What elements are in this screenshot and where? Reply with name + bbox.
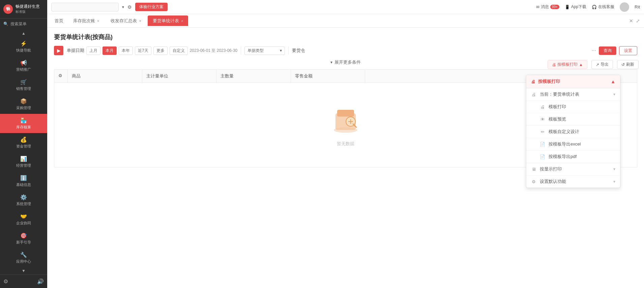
sidebar-item-operation[interactable]: 📊 经营管理 [0, 152, 47, 171]
more-options-btn[interactable]: ··· [592, 47, 596, 54]
order-type-select[interactable]: 单据类型 ▾ [244, 46, 285, 55]
main-area: ▾ ⚙ 体验行业方案 ✉ 消息 99+ 📱 App下载 🎧 在线客服 Rit 首… [47, 0, 644, 288]
sidebar-item-sales[interactable]: 🛒 销售管理 [0, 75, 47, 95]
tab-close-2[interactable]: × [181, 19, 183, 23]
export-pdf-icon: 📄 [540, 154, 545, 159]
print-dropdown-item-2[interactable]: ✏ 模板自定义设计 [526, 126, 620, 138]
print-dropdown-item-4[interactable]: 📄 按模板导出pdf [526, 151, 620, 163]
print-dropdown-current[interactable]: 🖨 当前：要货单统计表 ▾ [526, 88, 620, 101]
date-filter-group: 单据日期 上月 本月 本年 近7天 更多 自定义 2023-06-01 至 20… [67, 46, 237, 55]
print-dropdown-close[interactable]: ▲ [611, 79, 615, 84]
volume-icon[interactable]: 🔊 [37, 278, 44, 285]
marketing-icon: 📢 [20, 60, 27, 66]
print-icon: 🖨 [552, 62, 556, 67]
sidebar-item-system[interactable]: ⚙️ 系统管理 [0, 191, 47, 210]
display-print-icon: 🖥 [531, 166, 536, 172]
print-dropdown-item-0[interactable]: 🖨 模板打印 [526, 101, 620, 113]
display-print-arrow: ▾ [613, 167, 615, 171]
date-btn-prev-month[interactable]: 上月 [86, 46, 100, 55]
tab-close-0[interactable]: × [97, 19, 99, 23]
print-dropdown-item-3[interactable]: 📄 按模板导出excel [526, 138, 620, 151]
sidebar-scroll-up[interactable]: ▲ [0, 30, 47, 37]
sidebar-item-appstore[interactable]: 🔧 应用中心 [0, 248, 47, 267]
sidebar-item-finance[interactable]: 💰 资金管理 [0, 133, 47, 152]
date-btn-this-year[interactable]: 本年 [119, 46, 133, 55]
chevron-down-icon: ▾ [280, 48, 282, 53]
th-product: 商品 [68, 70, 142, 83]
tab-receipt-summary[interactable]: 收发存汇总表 × [106, 15, 146, 26]
sidebar-item-marketing[interactable]: 📢 营销推广 [0, 56, 47, 75]
appstore-icon: 🔧 [20, 252, 27, 258]
page-title: 要货单统计表(按商品) [54, 33, 637, 41]
date-range-label: 2023-06-01 至 2023-06-30 [190, 48, 237, 54]
date-btn-more[interactable]: 更多 [153, 46, 168, 55]
sidebar-item-inventory[interactable]: 🏪 库存核算 [0, 114, 47, 133]
sidebar-logo: 畅 畅捷通好生意 标准版 [0, 0, 47, 19]
sidebar-item-basic[interactable]: ℹ️ 基础信息 [0, 171, 47, 191]
export-excel-icon: 📄 [540, 141, 545, 147]
tab-home[interactable]: 首页 [51, 16, 67, 26]
toolbar-expand-btn[interactable]: ▶ [54, 46, 63, 55]
online-service-button[interactable]: 🎧 在线客服 [592, 4, 614, 10]
content-area: 要货单统计表(按商品) ▶ 单据日期 上月 本月 本年 近7天 更多 自定义 2… [47, 28, 644, 288]
sidebar-item-guide[interactable]: 🎯 新手引导 [0, 229, 47, 248]
sidebar-item-shortcut[interactable]: ⚡ 快捷导航 [0, 37, 47, 56]
th-retail-amount: 零售金额 [291, 70, 365, 83]
topbar-dropdown-arrow[interactable]: ▾ [122, 5, 124, 9]
print-dropdown-display-print[interactable]: 🖥 按显示打印 ▾ [526, 163, 620, 175]
trial-button[interactable]: 体验行业方案 [135, 3, 168, 11]
tab-inventory-batch[interactable]: 库存批次账 × [68, 15, 104, 26]
query-button[interactable]: 查询 [599, 46, 616, 55]
setting-button[interactable]: 设置 [619, 46, 637, 55]
tab-close-1[interactable]: × [139, 19, 141, 23]
window-close-btn[interactable]: ✕ [629, 18, 633, 24]
sidebar-search[interactable]: 🔍 搜索菜单 [0, 19, 47, 30]
settings-icon[interactable]: ⚙ [3, 278, 8, 285]
topbar-right: ✉ 消息 99+ 📱 App下载 🎧 在线客服 Rit [536, 2, 640, 12]
system-icon: ⚙️ [20, 194, 27, 200]
export-button[interactable]: ↗ 导出 [591, 60, 613, 69]
message-badge: 99+ [550, 5, 559, 9]
shortcut-icon: ⚡ [20, 40, 27, 47]
print-dropdown-title: 🖨 按模板打印 [531, 78, 560, 85]
headphone-icon: 🎧 [592, 5, 597, 9]
th-settings: ⚙ [54, 70, 68, 83]
default-setting-arrow: ▾ [613, 179, 615, 184]
print-dropdown-default-setting[interactable]: ⚙ 设置默认功能 ▾ [526, 175, 620, 188]
print-dropdown-item-1[interactable]: 👁 模板预览 [526, 113, 620, 126]
user-avatar[interactable] [620, 2, 629, 12]
print-template-button[interactable]: 🖨 按模板打印 ▲ [548, 60, 587, 69]
default-setting-icon: ⚙ [531, 179, 536, 184]
expand-more-icon: ▾ [330, 60, 332, 65]
finance-icon: 💰 [20, 136, 27, 143]
sidebar-nav: ⚡ 快捷导航 📢 营销推广 🛒 销售管理 📦 采购管理 🏪 库存核算 💰 资金管… [0, 37, 47, 267]
sidebar: 畅 畅捷通好生意 标准版 🔍 搜索菜单 ▲ ⚡ 快捷导航 📢 营销推广 🛒 销售… [0, 0, 47, 288]
tabs-bar: 首页 库存批次账 × 收发存汇总表 × 要货单统计表 × ✕ ⤢ [47, 14, 644, 28]
message-icon: ✉ [536, 5, 539, 9]
app-download-button[interactable]: 📱 App下载 [565, 4, 586, 10]
topbar-gear-icon[interactable]: ⚙ [127, 4, 132, 10]
window-expand-btn[interactable]: ⤢ [636, 18, 640, 24]
tabs-right-controls: ✕ ⤢ [629, 18, 640, 24]
sidebar-item-collab[interactable]: 🤝 企业协同 [0, 210, 47, 229]
date-btn-this-month[interactable]: 本月 [103, 46, 117, 55]
sidebar-item-purchase[interactable]: 📦 采购管理 [0, 95, 47, 114]
status-label: 要货仓 [292, 47, 305, 54]
date-btn-custom[interactable]: 自定义 [170, 46, 188, 55]
tab-order-stats[interactable]: 要货单统计表 × [148, 15, 188, 26]
sidebar-scroll-down[interactable]: ▼ [0, 267, 47, 275]
message-button[interactable]: ✉ 消息 99+ [536, 4, 559, 10]
template-design-icon: ✏ [540, 129, 545, 134]
page: 要货单统计表(按商品) ▶ 单据日期 上月 本月 本年 近7天 更多 自定义 2… [47, 28, 644, 288]
template-print-icon: 🖨 [540, 104, 545, 109]
print-dropdown: 🖨 按模板打印 ▲ 🖨 当前：要货单统计表 ▾ 🖨 [526, 75, 620, 188]
topbar-search-input[interactable] [51, 3, 119, 11]
logo-icon: 畅 [3, 4, 13, 14]
filter-toolbar: ▶ 单据日期 上月 本月 本年 近7天 更多 自定义 2023-06-01 至 … [54, 46, 637, 55]
th-unit: 主计量单位 [142, 70, 217, 83]
date-label: 单据日期 [67, 47, 84, 54]
date-btn-7days[interactable]: 近7天 [135, 46, 151, 55]
toolbar-actions-right: ··· 查询 设置 [592, 46, 637, 55]
search-icon: 🔍 [3, 22, 8, 26]
refresh-button[interactable]: ↺ 刷新 [617, 60, 639, 69]
